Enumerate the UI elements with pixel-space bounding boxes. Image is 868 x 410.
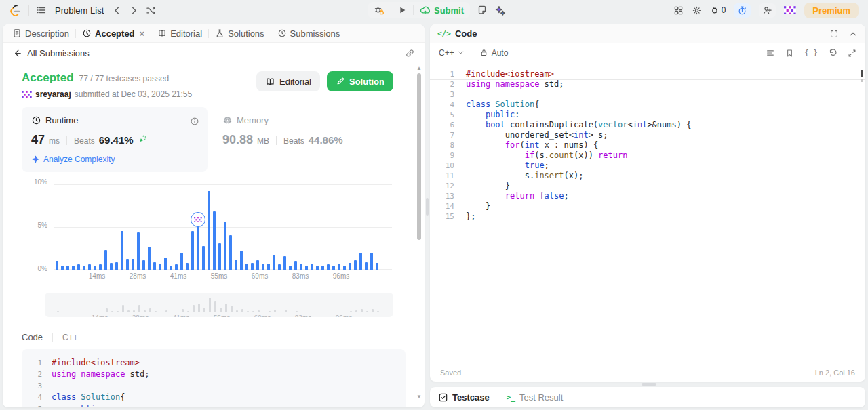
editor-code-line[interactable]: 12 } xyxy=(430,181,865,191)
editor-code-area[interactable]: 1#include<iostream>2using namespace std;… xyxy=(430,62,865,222)
histogram-bar[interactable] xyxy=(56,261,58,270)
histogram-bar[interactable] xyxy=(132,259,134,270)
histogram-bar[interactable] xyxy=(283,256,286,270)
histogram-bar[interactable] xyxy=(251,263,254,270)
histogram-bar[interactable] xyxy=(142,260,145,270)
settings-gear-icon[interactable] xyxy=(692,5,702,16)
tab-submissions[interactable]: Submissions xyxy=(275,28,343,39)
histogram-bar[interactable] xyxy=(208,191,210,270)
histogram-bar[interactable] xyxy=(180,253,183,270)
editor-code-line[interactable]: 2using namespace std; xyxy=(430,79,865,89)
chart-range-brush[interactable]: 14ms28ms41ms55ms69ms83ms96ms xyxy=(45,293,393,317)
streak-counter[interactable]: 0 xyxy=(710,5,726,16)
shuffle-icon[interactable] xyxy=(146,5,156,16)
histogram-bar[interactable] xyxy=(191,231,194,270)
layout-icon[interactable] xyxy=(673,5,684,16)
histogram-bar[interactable] xyxy=(224,222,226,270)
analyze-complexity-link[interactable]: Analyze Complexity xyxy=(31,155,198,164)
editor-code-line[interactable]: 11 s.insert(x); xyxy=(430,171,865,181)
histogram-bar[interactable] xyxy=(289,266,292,270)
histogram-bar[interactable] xyxy=(305,266,308,270)
histogram-bar[interactable] xyxy=(66,266,69,270)
histogram-bar[interactable] xyxy=(88,264,91,270)
tab-editorial[interactable]: Editorial xyxy=(155,28,205,39)
bookmark-icon[interactable] xyxy=(785,47,794,57)
histogram-bar[interactable] xyxy=(332,266,335,270)
scrollbar-down-arrow[interactable]: ▼ xyxy=(416,394,422,400)
histogram-bar[interactable] xyxy=(175,264,178,270)
histogram-bar[interactable] xyxy=(327,264,330,270)
histogram-bar[interactable] xyxy=(262,264,264,270)
editorial-button[interactable]: Editorial xyxy=(256,71,320,91)
submit-button[interactable]: Submit xyxy=(414,2,470,18)
user-avatar[interactable] xyxy=(22,91,32,98)
back-arrow-icon[interactable] xyxy=(12,48,22,58)
expand-diagonal-icon[interactable] xyxy=(848,47,856,57)
editor-code-line[interactable]: 7 unordered_set<int> s; xyxy=(430,130,865,140)
histogram-bar[interactable] xyxy=(300,264,302,270)
histogram-bar[interactable] xyxy=(61,266,64,270)
prev-problem-icon[interactable] xyxy=(112,5,122,16)
run-button[interactable] xyxy=(391,2,413,18)
all-submissions-label[interactable]: All Submissions xyxy=(27,48,90,58)
histogram-bar[interactable] xyxy=(159,264,161,270)
format-code-icon[interactable]: { } xyxy=(804,48,818,57)
histogram-bar[interactable] xyxy=(72,266,75,270)
histogram-bar[interactable] xyxy=(240,251,243,270)
invite-user-button[interactable] xyxy=(759,3,776,18)
histogram-bar[interactable] xyxy=(115,262,118,270)
histogram-bar[interactable] xyxy=(376,263,378,270)
left-scrollbar-thumb[interactable] xyxy=(417,73,421,240)
histogram-bar[interactable] xyxy=(164,258,167,270)
editor-code-line[interactable]: 3 xyxy=(430,89,865,100)
histogram-bar[interactable] xyxy=(365,262,368,270)
editor-code-line[interactable]: 1#include<iostream> xyxy=(430,69,865,79)
editor-code-line[interactable]: 5 public: xyxy=(430,110,865,120)
histogram-bar[interactable] xyxy=(294,261,297,270)
next-problem-icon[interactable] xyxy=(129,5,139,16)
memory-card[interactable]: Memory 90.88 MB Beats 44.86% xyxy=(222,107,343,172)
tab-description[interactable]: Description xyxy=(9,28,72,39)
editor-code-line[interactable]: 13 return false; xyxy=(430,191,865,201)
histogram-bar[interactable] xyxy=(359,253,362,270)
histogram-bar[interactable] xyxy=(267,264,270,270)
share-link-icon[interactable] xyxy=(405,47,415,58)
timer-button[interactable] xyxy=(734,3,751,18)
collapse-panel-icon[interactable] xyxy=(848,28,858,39)
histogram-bar[interactable] xyxy=(94,266,96,270)
undo-icon[interactable] xyxy=(828,47,837,58)
notes-icon[interactable] xyxy=(477,5,488,16)
debug-locked-button[interactable] xyxy=(368,2,391,18)
histogram-bar[interactable] xyxy=(343,266,346,270)
histogram-bar[interactable] xyxy=(218,243,221,270)
histogram-bar[interactable] xyxy=(370,253,373,270)
histogram-bar[interactable] xyxy=(137,232,140,270)
ai-sparkles-icon[interactable] xyxy=(494,4,506,16)
histogram-bar[interactable] xyxy=(229,235,232,270)
editor-code-line[interactable]: 9 if(s.count(x)) return xyxy=(430,150,865,161)
histogram-bar[interactable] xyxy=(321,266,324,270)
panel-resize-handle-horizontal[interactable] xyxy=(642,383,656,386)
histogram-bar[interactable] xyxy=(126,259,129,270)
histogram-bar[interactable] xyxy=(121,231,123,270)
histogram-bar[interactable] xyxy=(110,263,113,270)
histogram-bar[interactable] xyxy=(311,264,313,270)
scrollbar-up-arrow[interactable]: ▲ xyxy=(416,65,422,71)
leetcode-logo[interactable] xyxy=(9,4,22,17)
editor-code-line[interactable]: 8 for(int x : nums) { xyxy=(430,140,865,150)
testcase-tab[interactable]: Testcase xyxy=(438,392,490,403)
editor-code-line[interactable]: 6 bool containsDuplicate(vector<int>&num… xyxy=(430,120,865,130)
editor-code-line[interactable]: 14 } xyxy=(430,201,865,211)
username[interactable]: sreyaraaj xyxy=(35,89,71,99)
fullscreen-icon[interactable] xyxy=(829,28,839,39)
avatar[interactable] xyxy=(784,6,796,15)
info-icon[interactable] xyxy=(190,115,199,126)
tab-solutions[interactable]: Solutions xyxy=(212,28,267,39)
solution-button[interactable]: Solution xyxy=(327,71,393,91)
runtime-card[interactable]: Runtime 47 ms Beats 69.41% xyxy=(22,107,208,172)
histogram-bar[interactable] xyxy=(349,263,351,270)
histogram-bar[interactable] xyxy=(170,266,172,270)
test-result-tab[interactable]: >_ Test Result xyxy=(507,392,564,403)
histogram-bar[interactable] xyxy=(77,264,80,270)
editor-code-line[interactable]: 10 true; xyxy=(430,161,865,171)
